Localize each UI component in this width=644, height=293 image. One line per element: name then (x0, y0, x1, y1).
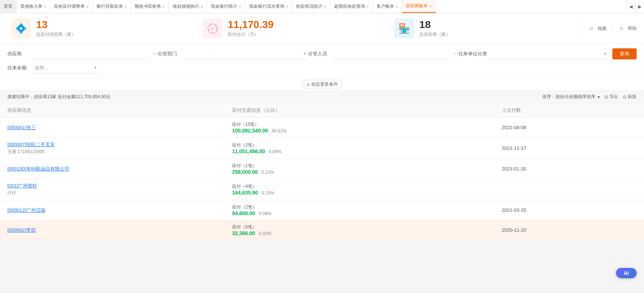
nav-tab-adjust[interactable]: 应收应付调整单 × (50, 0, 92, 13)
nav-tab-receipt-stat[interactable]: 收款情况统计 × (292, 0, 330, 13)
nav-tab-receipt[interactable]: 收款核销执行 × (169, 0, 207, 13)
transaction-cell: 应付（1笔） 258,000.00 0.23% (232, 163, 502, 175)
person-ellipsis[interactable]: ··· (454, 51, 458, 57)
trans-pct: 0.08% (259, 211, 271, 216)
trans-amount[interactable]: 258,000.00 (232, 169, 258, 175)
trans-pct: 0.23% (262, 170, 274, 175)
table-row[interactable]: [000012]广州贝瑞 应付（2笔） 94,600.00 0.08% 2021… (0, 200, 644, 220)
nav-tab-home[interactable]: 首页 (0, 0, 17, 13)
supplier-icon: 💠 (11, 18, 31, 38)
filter-supplier: 供应商 ··· (7, 48, 158, 59)
nav-tab-bank[interactable]: 银行存取款单 × (93, 0, 131, 13)
supplier-filter-label: 供应商 (7, 51, 29, 57)
trans-amount[interactable]: 32,366.00 (232, 230, 255, 236)
nav-prev-arrow[interactable]: ◀ (626, 0, 635, 13)
nav-tab-customer-book[interactable]: 客户账本 × (373, 0, 402, 13)
dept-chevron-icon: ▾ (304, 51, 306, 56)
category-select[interactable]: ▾ (490, 48, 609, 59)
filter-balance: 往来余额 选择... ▾ (7, 62, 637, 73)
supplier-link[interactable]: [000002]李四 (7, 227, 232, 234)
nav-tab-other-income[interactable]: 其他收入单 × (17, 0, 50, 13)
trans-amount[interactable]: 100,092,540.00 (232, 128, 268, 134)
filter-person: 分管人员 ··· (308, 48, 458, 59)
filter-area: 供应商 ··· 分管部门 ▾ 分管人员 ··· 往来单位分类 ▾ 查询 往来 (0, 44, 644, 78)
nav-tab-cash-flow[interactable]: 现金银行流水查询 × (245, 0, 292, 13)
close-icon[interactable]: × (367, 4, 369, 9)
close-icon[interactable]: × (44, 4, 46, 9)
close-icon[interactable]: × (324, 4, 326, 9)
lastpay-cell: 2022-08-08 (502, 121, 637, 134)
trans-amount[interactable]: 164,635.90 (232, 190, 258, 196)
help-link[interactable]: 帮助 (628, 25, 637, 32)
lastpay-date: 2020-11-20 (502, 227, 637, 233)
supplier-link[interactable]: [000100]本特勤油品有限公司 (7, 166, 232, 172)
summary-area: 💠 13 总应付供应商（家） 💮 11,170.39 应付合计（万） 🏪 18 … (0, 13, 644, 44)
trans-pct: 89.61% (272, 128, 287, 134)
lastpay-cell: 2023-01-30 (502, 163, 637, 175)
transaction-cell: 应付（2笔） 94,600.00 0.08% (232, 204, 502, 216)
supplier-info-cell: [000002]李四 (7, 224, 232, 236)
nav-next-arrow[interactable]: ▶ (635, 0, 644, 13)
summary-text-suppliers: 13 总应付供应商（家） (36, 19, 76, 38)
table-row[interactable]: [000100]本特勤油品有限公司 应付（1笔） 258,000.00 0.23… (0, 159, 644, 179)
supplier-info-cell: [001]广州荣轩 仔仔 (7, 183, 232, 196)
close-icon[interactable]: × (239, 4, 241, 9)
trans-amount[interactable]: 94,600.00 (232, 210, 255, 216)
store-icon: 🏪 (394, 18, 414, 38)
trans-pct: 0.03% (259, 231, 271, 236)
lastpay-cell: 2021-11-17 (502, 141, 637, 155)
close-icon[interactable]: × (396, 4, 398, 9)
supplier-ellipsis[interactable]: ··· (153, 51, 158, 57)
close-icon[interactable]: × (286, 4, 288, 9)
lastpay-date: 2022-08-08 (502, 125, 637, 130)
trans-amount-row: 11,051,486.00 9.89% (232, 148, 502, 154)
category-chevron-icon: ▾ (604, 51, 606, 56)
export-icon: ⊙ (604, 94, 608, 100)
video-link[interactable]: 视频 (598, 25, 606, 32)
refresh-button[interactable]: ⊙ 刷新 (623, 94, 637, 100)
trans-amount-row: 164,635.90 0.15% (232, 190, 502, 196)
nav-tab-cash-stat[interactable]: 现金银行统计 × (207, 0, 245, 13)
table-row[interactable]: [001]广州荣轩 仔仔 应付（4笔） 164,635.90 0.15% (0, 179, 644, 200)
table-container: 供应商信息 应付交易信息（占比） 上次付数 [000001]张三 应付（15笔）… (0, 103, 644, 240)
sort-selector[interactable]: 排序：按应付余额倒序排序 ▾ (542, 94, 600, 100)
supplier-sub: 仔仔 (7, 190, 232, 196)
header-lastpay: 上次付数 (502, 107, 637, 114)
close-icon[interactable]: × (201, 4, 203, 9)
trans-amount[interactable]: 11,051,486.00 (232, 148, 265, 154)
supplier-link[interactable]: [000001]张三 (7, 124, 232, 131)
close-icon[interactable]: × (125, 4, 127, 9)
supplier-link[interactable]: [001]广州荣轩 (7, 183, 232, 189)
person-input[interactable] (333, 48, 449, 59)
supplier-link[interactable]: [000007]恒旺二手叉车 (7, 141, 232, 148)
supplier-info-cell: [000001]张三 (7, 121, 232, 134)
collapse-bar: ∧ 收起更多条件 (0, 78, 644, 91)
supplier-input[interactable] (32, 48, 148, 59)
results-summary: 搜索结果中，供应商13家 应付金额111,703,854.00元 (7, 94, 111, 100)
filter-row-1: 供应商 ··· 分管部门 ▾ 分管人员 ··· 往来单位分类 ▾ 查询 (7, 48, 637, 59)
summary-card-total-suppliers: 🏪 18 总供应商（家） (391, 18, 582, 38)
transaction-cell: 应付（4笔） 164,635.90 0.15% (232, 183, 502, 196)
table-row[interactable]: [000001]张三 应付（15笔） 100,092,540.00 89.61%… (0, 118, 644, 138)
nav-tab-prepay[interactable]: 预收冲应收单 × (131, 0, 169, 13)
query-button[interactable]: 查询 (612, 48, 637, 59)
collapse-button[interactable]: ∧ 收起更多条件 (302, 80, 343, 89)
balance-select-text: 选择... (35, 65, 94, 71)
supplier-info-cell: [000012]广州贝瑞 (7, 204, 232, 216)
table-row[interactable]: [000007]恒旺二手叉车 王通 17106110000 应付（2笔） 11,… (0, 138, 644, 159)
close-icon[interactable]: × (429, 4, 431, 8)
payable-total: 11,170.39 (228, 19, 274, 31)
export-button[interactable]: ⊙ 导出 (604, 94, 618, 100)
close-icon[interactable]: × (162, 4, 165, 9)
trans-label: 应付（4笔） (232, 183, 502, 190)
nav-tab-overdue[interactable]: 超期应收款查询 × (330, 0, 373, 13)
table-row[interactable]: [000002]李四 应付（5笔） 32,366.00 0.03% 2020-1… (0, 220, 644, 240)
top-right-links: ⊙ 视频 ｜ ⊙ 帮助 (582, 25, 637, 32)
supplier-link[interactable]: [000012]广州贝瑞 (7, 207, 232, 214)
nav-tab-supplier-book[interactable]: 供应商账本 × (402, 0, 435, 13)
balance-select[interactable]: 选择... ▾ (32, 62, 99, 73)
transaction-cell: 应付（5笔） 32,366.00 0.03% (232, 224, 502, 236)
filter-category: 往来单位分类 ▾ (458, 48, 609, 59)
dept-select[interactable]: ▾ (183, 48, 308, 59)
close-icon[interactable]: × (86, 4, 88, 9)
